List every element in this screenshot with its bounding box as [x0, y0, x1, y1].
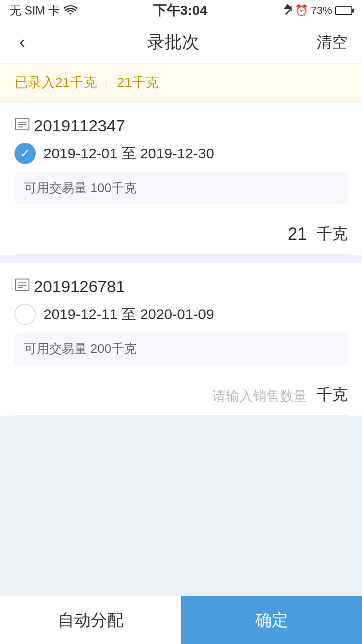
batch-2-date-range: 2019-12-11 至 2020-01-09 [43, 305, 214, 324]
batch-1-checkmark: ✓ [20, 147, 30, 160]
status-left: 无 SIM 卡 [10, 3, 77, 18]
batch-1-quantity-input[interactable] [210, 224, 307, 244]
batch-2-quantity-input[interactable] [210, 385, 307, 405]
status-bar: 无 SIM 卡 下午3:04 ⏰ 73% [0, 0, 362, 21]
clear-button[interactable]: 清空 [317, 32, 348, 53]
batch-1-available-qty: 可用交易量 100千克 [14, 172, 348, 204]
batch-2-id: 2019126781 [34, 277, 125, 296]
time-display: 下午3:04 [153, 1, 207, 20]
svg-point-0 [70, 13, 71, 14]
batch-1-unit: 千克 [317, 224, 348, 245]
batch-2-date-row: 2019-12-11 至 2020-01-09 [14, 304, 348, 325]
carrier-text: 无 SIM 卡 [10, 3, 60, 18]
location-icon [283, 4, 292, 17]
back-button[interactable]: ‹ [14, 28, 30, 57]
batch-2-icon [14, 277, 30, 296]
section-divider-1 [0, 255, 362, 263]
batch-1-quantity-row: 千克 [14, 214, 348, 255]
page-title: 录批次 [147, 30, 199, 54]
batch-2-radio[interactable] [14, 304, 36, 325]
batch-1-header: 2019112347 [14, 116, 348, 135]
batch-2-header: 2019126781 [14, 277, 348, 296]
battery-percent: 73% [311, 4, 332, 17]
wifi-icon [64, 4, 77, 17]
batch-1-radio[interactable]: ✓ [14, 143, 36, 164]
battery-icon [335, 6, 352, 15]
status-right: ⏰ 73% [283, 4, 352, 17]
batch-1-date-range: 2019-12-01 至 2019-12-30 [43, 144, 214, 164]
confirm-button[interactable]: 确定 [181, 596, 362, 644]
bottom-bar: 自动分配 确定 [0, 596, 362, 644]
auto-distribute-button[interactable]: 自动分配 [0, 596, 181, 644]
batch-1-icon [14, 116, 30, 135]
alarm-icon: ⏰ [295, 4, 308, 17]
content-area: 2019112347 ✓ 2019-12-01 至 2019-12-30 可用交… [0, 102, 362, 644]
recorded-label: 已录入21千克 [14, 73, 97, 92]
batch-1-date-row: ✓ 2019-12-01 至 2019-12-30 [14, 143, 348, 164]
batch-2-quantity-row: 千克 [14, 375, 348, 416]
batch-2-available-qty: 可用交易量 200千克 [14, 333, 348, 365]
batch-card-1: 2019112347 ✓ 2019-12-01 至 2019-12-30 可用交… [0, 102, 362, 255]
batch-1-id: 2019112347 [34, 116, 125, 135]
nav-bar: ‹ 录批次 清空 [0, 21, 362, 64]
batch-card-2: 2019126781 2019-12-11 至 2020-01-09 可用交易量… [0, 263, 362, 416]
recorded-value: 21千克 [117, 73, 159, 92]
info-banner: 已录入21千克 21千克 [0, 64, 362, 102]
batch-2-unit: 千克 [317, 384, 348, 406]
banner-divider [107, 75, 107, 90]
